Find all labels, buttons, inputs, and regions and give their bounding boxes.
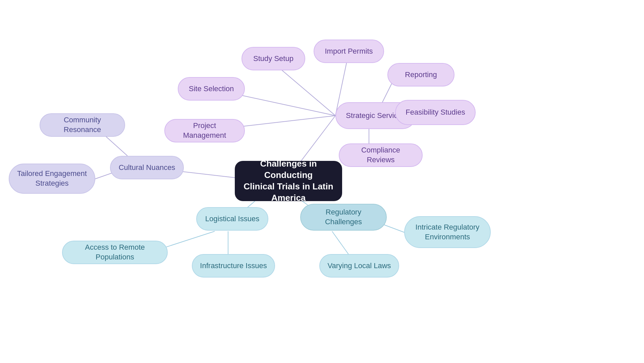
study-setup-label: Study Setup [253,54,293,64]
infrastructure-issues-node: Infrastructure Issues [192,254,275,278]
import-permits-node: Import Permits [314,40,384,63]
svg-line-16 [332,231,349,255]
access-remote-node: Access to Remote Populations [62,241,168,264]
cultural-nuances-node: Cultural Nuances [110,156,184,179]
access-remote-label: Access to Remote Populations [70,243,160,262]
logistical-issues-label: Logistical Issues [205,214,259,224]
regulatory-challenges-label: Regulatory Challenges [308,207,379,227]
reporting-node: Reporting [387,63,454,86]
logistical-issues-node: Logistical Issues [196,207,268,231]
cultural-nuances-label: Cultural Nuances [119,163,175,173]
project-management-node: Project Management [164,119,245,142]
feasibility-studies-node: Feasibility Studies [395,100,476,125]
community-resonance-node: Community Resonance [40,113,125,137]
compliance-reviews-label: Compliance Reviews [347,145,415,165]
intricate-regulatory-node: Intricate Regulatory Environments [404,216,491,248]
infrastructure-issues-label: Infrastructure Issues [200,261,267,271]
reporting-label: Reporting [405,70,437,80]
center-label: Challenges in Conducting Clinical Trials… [242,158,335,203]
varying-local-laws-label: Varying Local Laws [327,261,391,271]
regulatory-challenges-node: Regulatory Challenges [300,204,387,231]
compliance-reviews-node: Compliance Reviews [339,143,423,167]
varying-local-laws-node: Varying Local Laws [319,254,399,278]
import-permits-label: Import Permits [325,47,373,56]
project-management-label: Project Management [172,121,237,140]
community-resonance-label: Community Resonance [48,115,117,134]
study-setup-node: Study Setup [241,47,305,70]
center-node: Challenges in Conducting Clinical Trials… [235,161,342,201]
site-selection-label: Site Selection [189,84,234,94]
intricate-regulatory-label: Intricate Regulatory Environments [416,223,480,242]
feasibility-studies-label: Feasibility Studies [406,108,465,117]
tailored-engagement-node: Tailored Engagement Strategies [9,164,95,194]
tailored-engagement-label: Tailored Engagement Strategies [17,169,87,188]
site-selection-node: Site Selection [178,77,245,101]
